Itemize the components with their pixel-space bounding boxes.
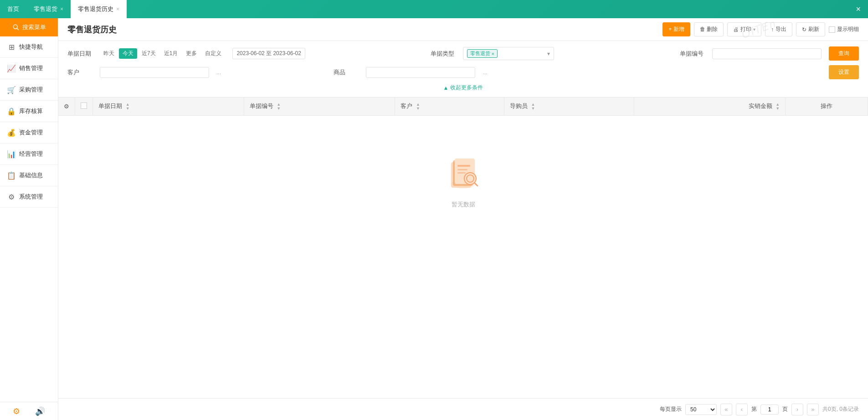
nav-label-operation: 经营管理 (19, 150, 43, 158)
sidebar-search-label: 搜索菜单 (22, 23, 46, 31)
sort-arrows-guide[interactable]: ▲▼ (531, 102, 535, 111)
page-unit: 页 (782, 405, 788, 413)
show-detail-toggle[interactable]: 显示明细 (829, 26, 859, 33)
delete-btn[interactable]: 🗑 删除 (694, 22, 724, 36)
first-page-btn[interactable]: « (720, 404, 732, 415)
nav-label-system-mgmt: 系统管理 (19, 193, 43, 201)
sort-arrows-no[interactable]: ▲▼ (277, 102, 281, 111)
nav-label-purchase-mgmt: 采购管理 (19, 86, 43, 94)
goods-input[interactable] (366, 67, 475, 78)
nav-icon-base-info: 📋 (7, 171, 15, 179)
select-all-checkbox[interactable] (81, 102, 87, 109)
bill-no-input[interactable] (712, 48, 822, 59)
nav-label-quick-nav: 快捷导航 (19, 43, 43, 51)
date-btn-近1月[interactable]: 近1月 (160, 48, 182, 59)
sidebar-item-base-info[interactable]: 📋基础信息 (0, 165, 58, 186)
col-checkbox (75, 97, 93, 115)
bill-no-label: 单据编号 (680, 50, 705, 58)
collapse-icon: ▲ (443, 85, 449, 91)
print-btn[interactable]: 🖨 🖨 打印 打印 ▾ (727, 22, 761, 36)
col-customer-label: 客户 (401, 102, 412, 109)
date-label: 单据日期 (67, 50, 92, 58)
svg-rect-7 (457, 169, 467, 170)
export-btn[interactable]: ↑ 导出 (765, 22, 792, 36)
top-bar: 首页零售退货×零售退货历史× × (0, 0, 868, 18)
table-area: ⚙ 单据日期 ▲▼ 单据编号 ▲▼ (58, 97, 868, 398)
sidebar-bottom: ⚙ 🔊 (0, 402, 58, 420)
sidebar-search-btn[interactable]: 搜索菜单 (0, 18, 58, 36)
type-select[interactable]: 零售退货 × ▾ (463, 47, 554, 60)
per-page-select[interactable]: 102050100 (685, 404, 717, 415)
window-close-btn[interactable]: × (848, 0, 868, 18)
tab-retail-return-history[interactable]: 零售退货历史× (71, 0, 127, 18)
sort-arrows-amount[interactable]: ▲▼ (776, 102, 780, 111)
next-page-btn[interactable]: › (791, 404, 803, 415)
empty-text: 暂无数据 (452, 200, 475, 209)
sidebar-item-quick-nav[interactable]: ⊞快捷导航 (0, 36, 58, 58)
col-actions-label: 操作 (821, 102, 832, 109)
last-page-btn[interactable]: » (807, 404, 819, 415)
col-guide-label: 导购员 (510, 102, 528, 109)
sidebar-item-inventory[interactable]: 🔒库存核算 (0, 101, 58, 122)
collapse-btn[interactable]: ▲ 收起更多条件 (443, 84, 483, 92)
empty-state: 暂无数据 (58, 116, 868, 245)
header-actions: + 新增 🗑 删除 🖨 🖨 打印 打印 ▾ ↑ 导出 ↻ 刷新 (663, 22, 859, 36)
settings-btn[interactable]: 设置 (829, 65, 859, 79)
type-label: 单据类型 (431, 50, 456, 58)
nav-label-finance: 资金管理 (19, 128, 43, 137)
goods-label: 商品 (334, 68, 359, 77)
sidebar-item-purchase-mgmt[interactable]: 🛒采购管理 (0, 79, 58, 101)
date-buttons: 昨天今天近7天近1月更多自定义 (100, 48, 225, 59)
filter-row-2: 客户 ... 商品 ... 设置 (67, 65, 859, 79)
nav-label-base-info: 基础信息 (19, 171, 43, 179)
date-btn-自定义[interactable]: 自定义 (201, 48, 225, 59)
sidebar-item-system-mgmt[interactable]: ⚙系统管理 (0, 186, 58, 208)
audio-icon[interactable]: 🔊 (35, 406, 45, 416)
prev-page-btn[interactable]: ‹ (736, 404, 748, 415)
sidebar-nav: ⊞快捷导航📈销售管理🛒采购管理🔒库存核算💰资金管理📊经营管理📋基础信息⚙系统管理 (0, 36, 58, 402)
date-btn-更多[interactable]: 更多 (182, 48, 200, 59)
customer-input[interactable] (100, 67, 209, 78)
content-area: 零售退货历史 + 新增 🗑 删除 🖨 🖨 打印 打印 ▾ ↑ 导出 ↻ 刷新 (58, 18, 868, 420)
type-tag-close[interactable]: × (491, 51, 494, 56)
show-detail-checkbox[interactable] (829, 26, 835, 33)
col-bill-date-label: 单据日期 (98, 102, 122, 109)
refresh-btn[interactable]: ↻ 刷新 (796, 22, 825, 36)
table-header-row: ⚙ 单据日期 ▲▼ 单据编号 ▲▼ (58, 97, 868, 115)
col-actual-amount-label: 实销金额 (749, 102, 772, 109)
search-icon (12, 24, 20, 31)
tab-close-retail-return[interactable]: × (60, 6, 63, 12)
page-title: 零售退货历史 (67, 24, 117, 35)
print-icon: 🖨 (733, 26, 739, 33)
table-head: ⚙ 单据日期 ▲▼ 单据编号 ▲▼ (58, 97, 868, 115)
settings-icon[interactable]: ⚙ (13, 406, 20, 416)
add-btn[interactable]: + 新增 (663, 22, 690, 36)
date-btn-近7天[interactable]: 近7天 (138, 48, 159, 59)
col-bill-no: 单据编号 ▲▼ (244, 97, 395, 115)
tab-close-retail-return-history[interactable]: × (116, 6, 119, 12)
svg-rect-8 (457, 172, 466, 174)
tab-retail-return[interactable]: 零售退货× (26, 0, 71, 18)
date-btn-昨天[interactable]: 昨天 (100, 48, 118, 59)
nav-icon-sales-mgmt: 📈 (7, 64, 15, 72)
settings-icon[interactable]: ⚙ (64, 103, 69, 110)
sidebar-item-sales-mgmt[interactable]: 📈销售管理 (0, 58, 58, 79)
sidebar-item-operation[interactable]: 📊经营管理 (0, 143, 58, 165)
main-layout: 搜索菜单 ⊞快捷导航📈销售管理🛒采购管理🔒库存核算💰资金管理📊经营管理📋基础信息… (0, 18, 868, 420)
date-range-display[interactable]: 2023-06-02 至 2023-06-02 (232, 48, 305, 59)
nav-icon-operation: 📊 (7, 150, 15, 158)
query-btn[interactable]: 查询 (829, 46, 859, 61)
tab-home[interactable]: 首页 (0, 0, 26, 18)
date-btn-今天[interactable]: 今天 (119, 48, 137, 59)
nav-icon-inventory: 🔒 (7, 107, 15, 115)
filter-area: 单据日期 昨天今天近7天近1月更多自定义 2023-06-02 至 2023-0… (58, 41, 868, 97)
col-customer: 客户 ▲▼ (395, 97, 504, 115)
col-settings: ⚙ (58, 97, 75, 115)
sort-arrows-customer[interactable]: ▲▼ (416, 102, 420, 111)
page-input[interactable] (760, 405, 779, 415)
type-chevron: ▾ (547, 51, 550, 57)
tab-list: 首页零售退货×零售退货历史× (0, 0, 848, 18)
sidebar-item-finance[interactable]: 💰资金管理 (0, 122, 58, 143)
sort-arrows-date[interactable]: ▲▼ (126, 102, 130, 111)
nav-icon-quick-nav: ⊞ (7, 43, 15, 51)
